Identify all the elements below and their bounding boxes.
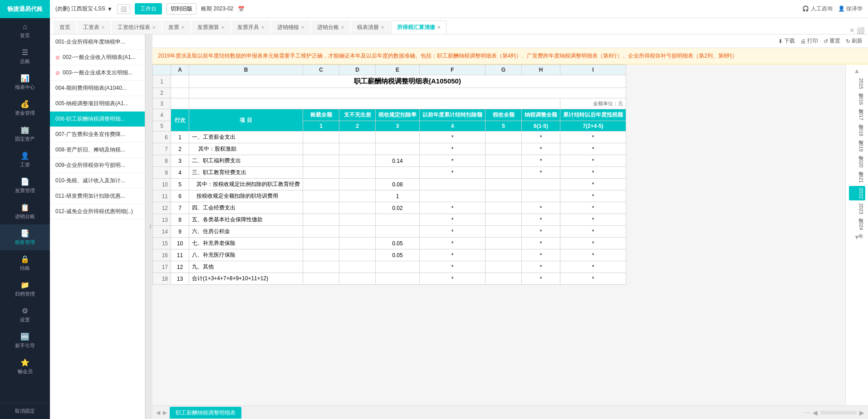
sidebar-item-closing[interactable]: 🔒 结账 [0, 250, 50, 276]
tab-invoice-calc-close[interactable]: ✕ [221, 25, 225, 30]
c1-11[interactable] [303, 249, 339, 261]
refresh-button[interactable]: ↻ 刷新 [846, 37, 863, 45]
c7-5[interactable]: * [560, 179, 626, 190]
c4-9[interactable]: * [420, 226, 485, 238]
c4-5[interactable] [420, 179, 485, 190]
tab-income-tax[interactable]: 所得税汇算清缴 ✕ [391, 20, 446, 34]
customer-service[interactable]: 🎧 人工咨询 [802, 5, 832, 13]
sidebar-item-archive[interactable]: 📁 归档管理 [0, 276, 50, 302]
c2-11[interactable] [339, 249, 376, 261]
c4-11[interactable]: * [420, 249, 485, 261]
c6-4[interactable]: * [522, 167, 560, 179]
c5-11[interactable] [485, 249, 522, 261]
c5-7[interactable] [485, 202, 522, 214]
c1-13[interactable] [303, 273, 339, 285]
tab-invoice-close[interactable]: ✕ [181, 25, 185, 30]
c3-12[interactable] [376, 261, 420, 273]
label-2[interactable]: 其中：股权激励 [189, 143, 303, 155]
tab-income-tax-close[interactable]: ✕ [437, 25, 441, 30]
label-8[interactable]: 五、各类基本社会保障性缴款 [189, 214, 303, 226]
label-5[interactable]: 其中：按税收规定比例扣除的职工教育经费 [189, 179, 303, 190]
c4-1[interactable]: * [420, 132, 485, 143]
c7-9[interactable]: * [560, 226, 626, 238]
tab-invoice-open-close[interactable]: ✕ [261, 25, 265, 30]
left-panel-item-003[interactable]: ⊘ 003-一般企业成本支出明细... [50, 65, 145, 81]
c6-6[interactable] [522, 190, 560, 202]
sheet-tab-main[interactable]: 职工薪酬纳税调整明细表 [170, 407, 241, 419]
year-nav-up[interactable]: ▲ [853, 66, 861, 75]
tab-payroll-close[interactable]: ✕ [101, 25, 105, 30]
label-4[interactable]: 三、职工教育经费支出 [189, 167, 303, 179]
c2-13[interactable] [339, 273, 376, 285]
workbench-button[interactable]: 工作台 [135, 3, 162, 15]
c1-3[interactable] [303, 155, 339, 167]
c2-6[interactable] [339, 190, 376, 202]
left-panel-item-010[interactable]: 010-免税、减计收入及加计... [50, 173, 145, 189]
c3-2[interactable] [376, 143, 420, 155]
tab-invoice-open[interactable]: 发票开具 ✕ [231, 20, 270, 34]
c3-5[interactable]: 0.08 [376, 179, 420, 190]
c7-3[interactable]: * [560, 155, 626, 167]
sidebar-item-settings[interactable]: ⚙ 设置 [0, 302, 50, 328]
c3-8[interactable] [376, 214, 420, 226]
sidebar-item-asset-mgmt[interactable]: 💰 资金管理 [0, 95, 50, 121]
c2-10[interactable] [339, 238, 376, 249]
sidebar-item-guide[interactable]: 🆕 新手引导 [0, 328, 50, 354]
sheet-main[interactable]: A B C D E F G H I [152, 64, 845, 405]
c3-6[interactable]: 1 [376, 190, 420, 202]
c6-13[interactable]: * [522, 273, 560, 285]
c1-4[interactable] [303, 167, 339, 179]
c5-2[interactable] [485, 143, 522, 155]
c1-12[interactable] [303, 261, 339, 273]
tab-sales-check-close[interactable]: ✕ [301, 25, 304, 30]
close-all-icon[interactable]: ✕ [849, 27, 855, 34]
c1-1[interactable] [303, 132, 339, 143]
c1-6[interactable] [303, 190, 339, 202]
old-version-button[interactable]: 切到旧版 [167, 3, 196, 15]
cell-2-A[interactable] [171, 88, 189, 98]
c3-1[interactable] [376, 132, 420, 143]
year-nav-2022[interactable]: 2022年 [849, 186, 865, 200]
c6-10[interactable]: * [522, 238, 560, 249]
sidebar-item-tax[interactable]: 📑 税务管理 [0, 224, 50, 250]
c6-8[interactable]: * [522, 214, 560, 226]
print-button[interactable]: 🖨 打印 [800, 37, 818, 45]
c5-13[interactable] [485, 273, 522, 285]
tab-sales-ledger[interactable]: 进销台账 ✕ [311, 20, 350, 34]
year-nav-2021[interactable]: 2021年 [849, 170, 865, 185]
cell-2-rest[interactable] [189, 88, 626, 98]
label-7[interactable]: 四、工会经费支出 [189, 202, 303, 214]
sheet-nav-right-icon[interactable]: ▶ [859, 409, 864, 416]
company-dropdown-icon[interactable]: ▼ [107, 6, 113, 12]
c4-3[interactable]: * [420, 155, 485, 167]
c7-13[interactable]: * [560, 273, 626, 285]
year-nav-2024[interactable]: 2024年 [849, 217, 865, 232]
left-panel-item-008[interactable]: 008-资产折旧、摊销及纳税... [50, 142, 145, 158]
c1-5[interactable] [303, 179, 339, 190]
sheet-nav-next[interactable]: ▶ [163, 409, 167, 416]
left-panel-item-009[interactable]: 009-企业所得税弥补亏损明... [50, 158, 145, 173]
c6-2[interactable]: * [522, 143, 560, 155]
year-nav-2023[interactable]: 2023年 [849, 201, 865, 216]
c2-8[interactable] [339, 214, 376, 226]
sheet-nav-left-icon[interactable]: ◀ [813, 409, 818, 416]
left-panel-item-006[interactable]: 006-职工薪酬纳税调整明细... [50, 112, 145, 127]
left-panel-item-001[interactable]: 001-企业所得税年度纳税申... [50, 34, 145, 50]
label-3[interactable]: 二、职工福利费支出 [189, 155, 303, 167]
year-nav-2017[interactable]: 2017年 [849, 107, 865, 122]
c1-7[interactable] [303, 202, 339, 214]
reset-button[interactable]: ↺ 重置 [824, 37, 840, 45]
c1-8[interactable] [303, 214, 339, 226]
c4-13[interactable]: * [420, 273, 485, 285]
year-nav-2016[interactable]: 2016年 [849, 92, 865, 107]
c7-2[interactable]: * [560, 143, 626, 155]
c5-12[interactable] [485, 261, 522, 273]
c6-11[interactable]: * [522, 249, 560, 261]
left-panel-item-002[interactable]: ⊘ 002-一般企业收入明细表(A1... [50, 50, 145, 65]
user-area[interactable]: 👤 徐泽华 [838, 5, 863, 13]
label-13[interactable]: 合计(1+3+4+7+8+9+10+11+12) [189, 273, 303, 285]
c3-7[interactable]: 0.02 [376, 202, 420, 214]
c4-2[interactable]: * [420, 143, 485, 155]
c5-6[interactable] [485, 190, 522, 202]
c4-6[interactable] [420, 190, 485, 202]
